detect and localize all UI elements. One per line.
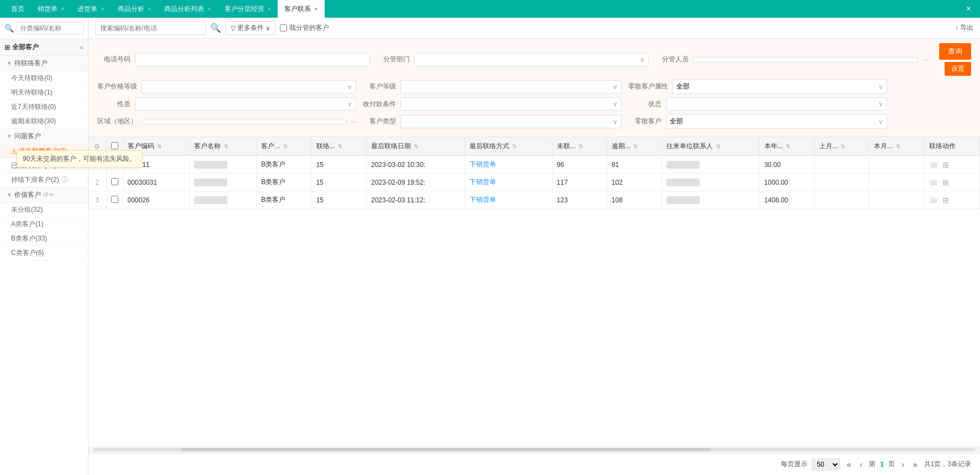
per-page-select[interactable]: 50 100 200 (812, 458, 840, 471)
table-body: 1 000011 B类客户 15 2023-03-02 10:30: 下销货单 … (88, 156, 980, 209)
col-customer-type[interactable]: 客户... ⇅ (257, 137, 311, 156)
filter-customer-type-select[interactable]: ∨ (400, 115, 622, 128)
tab-product-analysis-list[interactable]: 商品分析列表 × (158, 0, 217, 18)
cell-last-contact-way[interactable]: 下销货单 (465, 191, 552, 209)
filter-region-select[interactable] (142, 119, 346, 124)
close-tab-sales-order[interactable]: × (61, 6, 64, 12)
filter-zero-customer-select[interactable]: 全部 ∨ (666, 114, 887, 129)
filter-price-level-select[interactable]: ∨ (142, 80, 356, 93)
tab-customer-segment[interactable]: 客户分层经营 × (218, 0, 278, 18)
query-button[interactable]: 查询 (939, 43, 971, 60)
col-overdue[interactable]: 逾期... ⇅ (607, 137, 661, 156)
tab-home[interactable]: 首页 (4, 0, 31, 18)
col-this-month[interactable]: 本月... ⇅ (869, 137, 924, 156)
col-customer-name[interactable]: 客户名称 ⇅ (190, 137, 257, 156)
cell-this-year: 1408.00 (759, 191, 814, 209)
sidebar-item-7days-contact[interactable]: 近7天待联络(0) (0, 100, 88, 114)
filter-row-4: 区域（地区） ··· 客户类型 ∨ 零散客户 全部 (97, 114, 971, 129)
prev-page-button[interactable]: ‹ (858, 459, 865, 470)
action-phone-icon[interactable]: ☏ (929, 178, 939, 187)
sidebar-group-pending-contact[interactable]: ▼ 待联络客户 (0, 56, 88, 71)
first-page-button[interactable]: « (845, 459, 853, 470)
col-no-contact[interactable]: 未联... ⇅ (552, 137, 607, 156)
filter-region-more[interactable]: ··· (351, 118, 356, 126)
filter-status-select[interactable]: ∨ (666, 97, 887, 111)
chevron-zero-customer-icon: ∨ (878, 118, 883, 126)
close-tab-customer-contact[interactable]: × (314, 6, 317, 12)
next-page-button[interactable]: › (899, 459, 906, 470)
close-tab-purchase-order[interactable]: × (101, 6, 104, 12)
sidebar-search-input[interactable] (16, 22, 84, 34)
sidebar-item-declining[interactable]: 持续下滑客户(2) ⓘ (0, 173, 88, 187)
close-tab-customer-segment[interactable]: × (268, 6, 271, 12)
table-row: 2 00030031 B类客户 15 2023-02-09 19:52: 下销货… (88, 174, 980, 191)
sidebar-group-value-customer[interactable]: ▼ 价值客户 ↺ ✏ (0, 187, 88, 203)
settings-button[interactable]: 设置 (945, 62, 971, 76)
sidebar-group-problem-customer[interactable]: ▼ 问题客户 (0, 129, 88, 144)
filter-field-customer-level: 客户等级 ∨ (363, 80, 622, 93)
col-this-year[interactable]: 本年... ⇅ (759, 137, 814, 156)
col-last-month[interactable]: 上月... ⇅ (814, 137, 869, 156)
tab-sales-order[interactable]: 销货单 × (31, 0, 71, 18)
refresh-icon-value[interactable]: ↺ (43, 191, 48, 199)
sidebar-collapse-arrow[interactable]: « (80, 44, 84, 51)
close-tab-product-analysis-list[interactable]: × (207, 6, 211, 12)
cell-last-contact-way[interactable]: 下销货单 (465, 174, 552, 191)
tab-product-analysis[interactable]: 商品分析 × (111, 0, 158, 18)
export-button[interactable]: ↑ 导出 (955, 23, 973, 33)
sidebar-item-class-c[interactable]: C类客户(6) (0, 246, 88, 260)
filter-search-input[interactable] (95, 22, 206, 35)
window-close-button[interactable]: × (962, 4, 976, 14)
cell-last-month (814, 174, 869, 191)
last-page-button[interactable]: » (911, 459, 920, 470)
sort-icon-contact: ⇅ (338, 143, 342, 149)
cell-num: 2 (88, 174, 106, 191)
row-checkbox-2[interactable] (111, 196, 118, 203)
sidebar-item-today-contact[interactable]: 今天待联络(0) (0, 71, 88, 86)
filter-person-more[interactable]: ··· (922, 56, 928, 64)
action-more-icon[interactable]: ⊞ (942, 160, 949, 169)
filter-search-button[interactable]: 🔍 (210, 23, 221, 33)
sidebar: 🔍 ⊞ 全部客户 « ▼ 待联络客户 今天待联络(0) 明天待联络(1) 近7天… (0, 18, 88, 475)
my-customers-checkbox[interactable] (280, 24, 287, 32)
col-last-contact-way[interactable]: 最后联络方式 ⇅ (465, 137, 552, 156)
tab-customer-contact[interactable]: 客户联系 × (278, 0, 324, 18)
sidebar-item-overdue-contact[interactable]: 逾期未联络(30) (0, 114, 88, 129)
close-tab-product-analysis[interactable]: × (148, 6, 151, 12)
action-more-icon[interactable]: ⊞ (942, 196, 949, 205)
sidebar-item-tomorrow-contact[interactable]: 明天待联络(1) (0, 86, 88, 100)
scrollbar-track (93, 448, 976, 451)
action-more-icon[interactable]: ⊞ (942, 178, 949, 187)
filter-more-conditions-button[interactable]: ▽ 更多条件 ∨ (226, 21, 275, 35)
edit-icon-value[interactable]: ✏ (49, 191, 54, 199)
filter-payment-select[interactable]: ∨ (400, 97, 622, 111)
sidebar-item-ungrouped[interactable]: 未分组(32) (0, 203, 88, 217)
cell-last-contact-way[interactable]: 下销货单 (465, 156, 552, 174)
horizontal-scrollbar[interactable] (88, 446, 980, 453)
scrollbar-thumb[interactable] (181, 448, 711, 451)
row-checkbox-1[interactable] (111, 178, 118, 185)
sidebar-root-item[interactable]: ⊞ 全部客户 « (0, 39, 88, 56)
filter-phone-input[interactable] (135, 53, 370, 66)
action-phone-icon[interactable]: ☏ (929, 196, 939, 205)
select-all-checkbox[interactable] (111, 142, 118, 149)
my-customers-checkbox-label[interactable]: 我分管的客户 (280, 23, 329, 33)
sidebar-item-class-b[interactable]: B类客户(33) (0, 232, 88, 246)
filter-field-person: 分管人员 ··· (655, 55, 928, 64)
filter-customer-level-select[interactable]: ∨ (400, 80, 622, 93)
filter-gender-select[interactable]: ∨ (135, 97, 356, 111)
sort-icon-this-year: ⇅ (786, 143, 790, 149)
filter-dept-select[interactable]: ∨ (414, 53, 649, 66)
filter-person-select[interactable] (693, 57, 918, 62)
cell-checkbox[interactable] (106, 191, 123, 209)
cell-checkbox[interactable] (106, 174, 123, 191)
col-company-contact[interactable]: 往来单位联系人 ⇅ (662, 137, 759, 156)
chevron-payment-icon: ∨ (613, 100, 618, 108)
col-contact[interactable]: 联络... ⇅ (311, 137, 366, 156)
tab-purchase-order[interactable]: 进货单 × (71, 0, 111, 18)
action-phone-icon[interactable]: ☏ (929, 160, 939, 169)
col-last-contact-date[interactable]: 最后联络日期 ⇅ (366, 137, 465, 156)
filter-zero-attr-select[interactable]: 全部 ∨ (673, 79, 887, 94)
sidebar-item-class-a[interactable]: A类客户(1) (0, 217, 88, 232)
filter-icon: ▽ (231, 24, 236, 32)
